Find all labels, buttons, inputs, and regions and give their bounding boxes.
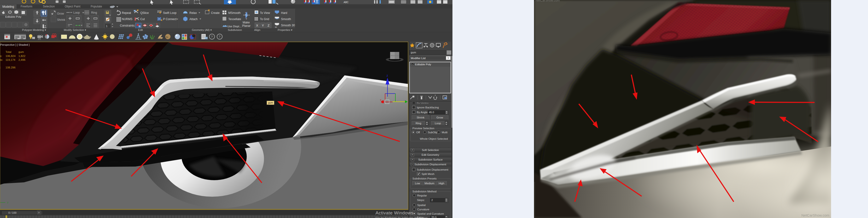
svg-text:QSlice: QSlice xyxy=(140,11,149,14)
svg-text:119,174: 119,174 xyxy=(5,59,16,61)
svg-text:gum: gum xyxy=(268,101,273,104)
svg-text:Tessellate: Tessellate xyxy=(228,17,241,21)
svg-text:Create: Create xyxy=(211,11,220,14)
svg-text:Editable Poly: Editable Poly xyxy=(5,15,21,18)
svg-text:30: 30 xyxy=(275,26,277,28)
svg-text:HF: HF xyxy=(158,38,161,40)
svg-text:?: ? xyxy=(219,35,220,39)
svg-text:Repeat: Repeat xyxy=(122,11,131,14)
svg-text:Perspective ] [ Shaded ]: Perspective ] [ Shaded ] xyxy=(0,43,30,46)
svg-text:z: z xyxy=(386,74,388,77)
svg-text:s:: s: xyxy=(0,54,2,58)
svg-text:108.296: 108.296 xyxy=(5,66,16,69)
svg-text:NURMS: NURMS xyxy=(122,17,132,21)
svg-text:Attach: Attach xyxy=(189,17,197,21)
svg-text:Make: Make xyxy=(243,21,250,24)
svg-text:gum: gum xyxy=(19,50,24,53)
svg-text:ts:: ts: xyxy=(0,59,3,61)
svg-text:X: X xyxy=(256,24,258,27)
svg-text:y: y xyxy=(7,201,8,204)
svg-text:Grow: Grow xyxy=(57,12,64,15)
svg-text:0x: 0x xyxy=(166,36,168,38)
svg-text:NetCarShow.com: NetCarShow.com xyxy=(801,213,829,217)
svg-text:ABC: ABC xyxy=(344,1,349,4)
svg-text:Smooth 30: Smooth 30 xyxy=(281,24,295,27)
svg-text:Y: Y xyxy=(262,24,264,27)
svg-text:Relax: Relax xyxy=(189,11,197,14)
svg-text:Constraints:: Constraints: xyxy=(120,24,135,27)
svg-text:2,496: 2,496 xyxy=(19,59,25,61)
svg-text:Z: Z xyxy=(268,24,270,27)
svg-text:Shrink: Shrink xyxy=(57,18,65,22)
svg-text:Planar: Planar xyxy=(242,24,251,28)
svg-text:To View: To View xyxy=(260,11,270,14)
svg-text:P Connect: P Connect xyxy=(163,17,177,21)
svg-text:Smooth: Smooth xyxy=(281,17,291,21)
svg-text:?: ? xyxy=(211,35,213,39)
svg-text:Use Displ...: Use Displ... xyxy=(227,25,242,28)
svg-text:To Grid: To Grid xyxy=(260,17,269,21)
svg-text:Cut: Cut xyxy=(140,17,145,21)
svg-text:106,824: 106,824 xyxy=(5,54,16,58)
svg-text:Loop: Loop xyxy=(73,11,80,14)
svg-text:Total: Total xyxy=(5,50,11,53)
svg-text:x: x xyxy=(380,99,381,101)
svg-text:NetCarShow.com: NetCarShow.com xyxy=(535,0,560,2)
svg-text:Ring: Ring xyxy=(91,11,97,14)
svg-text:1,822: 1,822 xyxy=(19,54,25,58)
svg-text:RIGHT BA: RIGHT BA xyxy=(391,55,399,57)
svg-text:Hard: Hard xyxy=(281,11,287,14)
svg-text:MSmooth: MSmooth xyxy=(228,11,241,14)
svg-text:1: 1 xyxy=(106,25,107,28)
svg-text:Swift Loop: Swift Loop xyxy=(163,11,177,14)
